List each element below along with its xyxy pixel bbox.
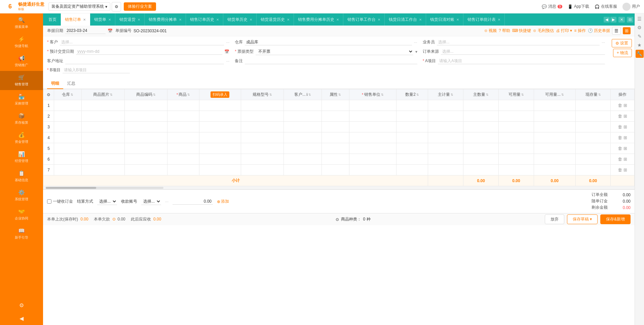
row-copy-icon-1[interactable]: ⊞ xyxy=(623,114,627,119)
sidebar-item-9[interactable]: ⚙️系统管理 xyxy=(0,186,43,205)
row-main-qty-6[interactable] xyxy=(463,165,499,175)
row-qty2-1[interactable] xyxy=(396,111,428,122)
row-qty2-0[interactable] xyxy=(396,100,428,111)
calendar-icon[interactable]: 📅 xyxy=(108,29,113,33)
table-view-btn[interactable]: ⊞ xyxy=(623,27,631,34)
sidebar-item-11[interactable]: 📖新手引导 xyxy=(0,224,43,243)
address-more[interactable]: ··· xyxy=(226,59,229,64)
row-customer-code-4[interactable] xyxy=(284,143,321,154)
row-unit-6[interactable] xyxy=(349,165,396,175)
row-delete-icon-1[interactable]: 🗑 xyxy=(618,114,622,119)
row-customer-code-1[interactable] xyxy=(284,111,321,122)
add-material-btn[interactable]: + 物流 xyxy=(613,49,632,57)
row-warehouse-5[interactable] xyxy=(54,154,82,165)
history-btn[interactable]: 🕐 历史单据 xyxy=(588,28,610,34)
tab-close-8[interactable]: ✕ xyxy=(336,18,339,22)
detail-tab-1[interactable]: 汇总 xyxy=(63,79,79,89)
profit-btn[interactable]: ⊙ 毛利预估 xyxy=(533,28,554,34)
account-select[interactable]: 选择... xyxy=(141,198,161,205)
tab-close-9[interactable]: ✕ xyxy=(378,18,380,22)
row-unit-0[interactable] xyxy=(349,100,396,111)
nav-tab-6[interactable]: 销货单历史✕ xyxy=(223,13,257,26)
row-warehouse-2[interactable] xyxy=(54,122,82,132)
sort-product-icon[interactable]: ⇅ xyxy=(187,93,190,96)
sidebar-item-3[interactable]: 🛒销售管理 xyxy=(0,71,43,90)
row-code-2[interactable] xyxy=(124,122,167,132)
set-btn[interactable]: ⚙ 设置 xyxy=(612,39,632,47)
row-delete-icon-2[interactable]: 🗑 xyxy=(618,124,622,129)
nav-tab-4[interactable]: 销售费用分摊单✕ xyxy=(145,13,186,26)
detail-tab-0[interactable]: 明细 xyxy=(47,79,63,89)
print-btn[interactable]: 🖨 打印 ▾ xyxy=(556,28,572,34)
row-unit-4[interactable] xyxy=(349,143,396,154)
customer-more[interactable]: ··· xyxy=(226,40,229,45)
sidebar-item-10[interactable]: 🤝企业协同 xyxy=(0,205,43,224)
address-input[interactable] xyxy=(65,58,224,64)
row-attr-1[interactable] xyxy=(321,111,349,122)
row-attr-5[interactable] xyxy=(321,154,349,165)
sidebar-item-2[interactable]: 📢营销推广 xyxy=(0,52,43,71)
delivery-calendar-icon[interactable]: 📅 xyxy=(224,49,229,54)
row-unit-1[interactable] xyxy=(349,111,396,122)
sort-main-qty-icon[interactable]: ⇅ xyxy=(486,93,489,96)
row-customer-code-5[interactable] xyxy=(284,154,321,165)
quick-checkout-label[interactable]: 一键收订金 xyxy=(47,199,73,204)
row-product-5[interactable] xyxy=(167,154,199,165)
row-qty2-5[interactable] xyxy=(396,154,428,165)
nav-tab-2[interactable]: 销货单✕ xyxy=(90,13,115,26)
nav-tab-12[interactable]: 销售订单统计表✕ xyxy=(463,13,505,26)
row-unit-5[interactable] xyxy=(349,154,396,165)
tab-close-3[interactable]: ✕ xyxy=(138,18,140,22)
sidebar-item-8[interactable]: 📋基础信息 xyxy=(0,167,43,186)
row-spec-5[interactable] xyxy=(241,154,284,165)
project-a-input[interactable] xyxy=(438,58,605,64)
nav-tab-1[interactable]: 销售订单✕ xyxy=(61,13,90,26)
account-more-btn[interactable]: ··· xyxy=(165,199,168,204)
row-unit-2[interactable] xyxy=(349,122,396,132)
th-settings[interactable]: ⚙ xyxy=(43,89,54,100)
save-new-btn[interactable]: 保存&新增 xyxy=(600,214,631,224)
sort-spec-icon[interactable]: ⇅ xyxy=(269,93,272,96)
row-spec-3[interactable] xyxy=(241,132,284,143)
tab-close-2[interactable]: ✕ xyxy=(108,18,111,22)
sort-attr-icon[interactable]: ⇅ xyxy=(338,93,341,96)
sort-avail-icon[interactable]: ⇅ xyxy=(521,93,524,96)
row-attr-3[interactable] xyxy=(321,132,349,143)
save-draft-btn[interactable]: 保存草稿 ▾ xyxy=(567,214,598,224)
delivery-date-input[interactable] xyxy=(76,48,222,55)
nav-tab-9[interactable]: 销售订单工作台✕ xyxy=(343,13,385,26)
sidebar-item-1[interactable]: ⚡快捷导航 xyxy=(0,33,43,52)
sort-main-unit-icon[interactable]: ⇅ xyxy=(451,93,453,96)
row-spec-6[interactable] xyxy=(241,165,284,175)
sidebar-item-settings[interactable]: ⚙ xyxy=(0,299,43,312)
row-main-qty-4[interactable] xyxy=(463,143,499,154)
row-warehouse-0[interactable] xyxy=(54,100,82,111)
right-panel-edit-icon[interactable]: ✎ xyxy=(636,32,644,40)
grid-view-btn[interactable]: ☰ xyxy=(612,27,621,35)
sidebar-item-collapse[interactable]: ◀ xyxy=(0,312,43,325)
nav-tab-10[interactable]: 钱货日清工作台✕ xyxy=(385,13,426,26)
right-panel-settings-icon[interactable]: ⚙ xyxy=(636,24,644,32)
row-code-0[interactable] xyxy=(124,100,167,111)
sort-code-icon[interactable]: ⇅ xyxy=(153,93,156,96)
row-copy-icon-4[interactable]: ⊞ xyxy=(623,146,627,151)
scan-enter-btn[interactable]: 扫码录入 xyxy=(211,91,229,98)
table-scrollbar[interactable] xyxy=(43,186,635,190)
sort-unit-icon[interactable]: ⇅ xyxy=(381,93,384,96)
row-copy-icon-2[interactable]: ⊞ xyxy=(623,124,627,129)
quick-checkout-checkbox[interactable] xyxy=(47,199,51,204)
customer-code-info-icon[interactable]: ℹ xyxy=(306,92,308,97)
row-customer-code-6[interactable] xyxy=(284,165,321,175)
tab-close-10[interactable]: ✕ xyxy=(419,18,422,22)
tab-close-11[interactable]: ✕ xyxy=(456,18,459,22)
row-code-3[interactable] xyxy=(124,132,167,143)
shortcuts-btn[interactable]: ⌨ 快捷键 xyxy=(512,28,531,34)
row-product-0[interactable] xyxy=(167,100,199,111)
row-code-6[interactable] xyxy=(124,165,167,175)
right-panel-list-icon[interactable]: ☰ xyxy=(636,15,644,23)
row-spec-4[interactable] xyxy=(241,143,284,154)
order-source-input[interactable] xyxy=(441,48,605,55)
right-panel-star-icon[interactable]: ★ xyxy=(636,41,644,49)
row-attr-4[interactable] xyxy=(321,143,349,154)
scroll-thumb[interactable] xyxy=(46,187,96,189)
